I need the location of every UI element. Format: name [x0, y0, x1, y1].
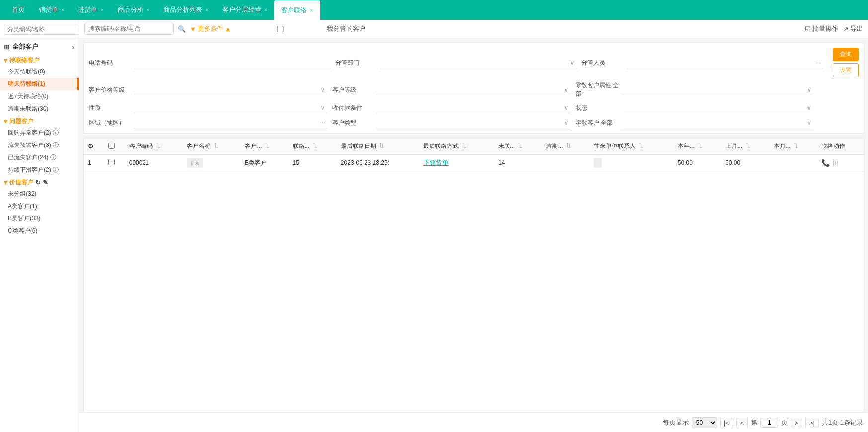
col-this-year[interactable]: 本年... ⇅: [674, 138, 722, 155]
close-customer-tier-icon[interactable]: ×: [264, 7, 267, 13]
sort-person-icon: ⇅: [638, 142, 644, 149]
prev-page-btn[interactable]: <: [736, 418, 748, 428]
sidebar-item-a-class[interactable]: A类客户(1): [0, 200, 79, 213]
toolbar-search-icon[interactable]: 🔍: [178, 25, 186, 33]
filter-phone-input[interactable]: [134, 58, 330, 68]
sidebar-search-input[interactable]: [4, 24, 79, 35]
filter-price-level-select[interactable]: ∨: [134, 84, 327, 95]
collapse-icon[interactable]: «: [72, 43, 75, 51]
nav-home[interactable]: 首页: [5, 0, 32, 20]
nav-purchase[interactable]: 进货单 ×: [71, 0, 110, 20]
my-customer-checkbox-label[interactable]: 我分管的客户: [235, 24, 365, 33]
filter-person-select[interactable]: ···: [626, 57, 823, 68]
filter-dept-select[interactable]: ∨: [380, 57, 577, 68]
col-gear[interactable]: ⚙: [84, 138, 104, 155]
close-customer-contact-icon[interactable]: ×: [310, 7, 313, 13]
sidebar-item-b-class[interactable]: B类客户(33): [0, 213, 79, 225]
filter-icon: ▼: [190, 25, 196, 33]
row-name[interactable]: Ea: [183, 155, 241, 171]
col-overdue[interactable]: 逾期... ⇅: [542, 138, 589, 155]
grid-action-icon[interactable]: ⊞: [833, 159, 839, 167]
sidebar-item-churn-warning[interactable]: 流失预警客户(3) ⓘ: [0, 139, 79, 151]
filter-person-dots[interactable]: ···: [815, 59, 821, 66]
filter-nature-select[interactable]: ∨: [134, 102, 327, 113]
col-this-month[interactable]: 本月... ⇅: [770, 138, 817, 155]
filter-status: 状态 ∨: [576, 102, 814, 113]
sidebar-item-ungrouped[interactable]: 未分组(32): [0, 188, 79, 200]
filter-retail-customer-select[interactable]: ∨: [620, 117, 814, 128]
close-analysis-list-icon[interactable]: ×: [205, 7, 208, 13]
nav-customer-contact[interactable]: 客户联络 ×: [274, 0, 320, 20]
col-checkbox[interactable]: [104, 138, 125, 155]
close-sales-icon[interactable]: ×: [61, 7, 64, 13]
pagination: 每页显示 10 20 50 100 |< < 第 页 > >| 共1页 1条记录: [79, 413, 868, 432]
gear-icon[interactable]: ⚙: [88, 143, 94, 150]
nav-customer-tier[interactable]: 客户分层经营 ×: [216, 0, 274, 20]
main-content: 🔍 ▼ 更多条件 ▲ 我分管的客户 ☑ 批量操作 ↗ 导出: [79, 20, 868, 432]
chevron-down-ctype-icon: ∨: [564, 119, 569, 126]
filter-area-dots[interactable]: ···: [320, 119, 325, 126]
close-purchase-icon[interactable]: ×: [100, 7, 103, 13]
nav-analysis[interactable]: 商品分析 ×: [111, 0, 156, 20]
sidebar-item-repurchase-anomaly[interactable]: 回购异常客户(2) ⓘ: [0, 127, 79, 139]
last-page-btn[interactable]: >|: [805, 418, 819, 428]
sidebar-item-declining[interactable]: 持续下滑客户(2) ⓘ: [0, 164, 79, 176]
filter-area-select[interactable]: ···: [134, 117, 327, 128]
row-this-month: [770, 155, 817, 171]
sidebar-item-overdue[interactable]: 逾期未联络(30): [0, 103, 79, 115]
filter-status-select[interactable]: ∨: [620, 102, 814, 113]
batch-op-label: 批量操作: [812, 24, 838, 33]
col-code[interactable]: 客户编码 ⇅: [125, 138, 183, 155]
filter-payment-select[interactable]: ∨: [377, 102, 571, 113]
sidebar-item-tomorrow[interactable]: 明天待联络(1): [0, 78, 79, 90]
sidebar-item-c-class[interactable]: C类客户(6): [0, 225, 79, 237]
select-all-checkbox[interactable]: [108, 143, 115, 149]
col-uncontact[interactable]: 未联... ⇅: [494, 138, 542, 155]
filter-customer-type-select[interactable]: ∨: [377, 117, 571, 128]
filter-retail-attr-select[interactable]: ∨: [620, 84, 814, 95]
sidebar-item-churned[interactable]: 已流失客户(24) ⓘ: [0, 151, 79, 164]
col-last-method[interactable]: 最后联络方式 ⇅: [419, 138, 495, 155]
search-input[interactable]: [84, 23, 174, 35]
setting-btn[interactable]: 设置: [833, 63, 859, 77]
col-contact-count[interactable]: 联络... ⇅: [289, 138, 337, 155]
page-input[interactable]: [760, 418, 778, 428]
sidebar-all-customers[interactable]: ⊞ 全部客户 «: [0, 39, 79, 54]
more-filter-btn[interactable]: ▼ 更多条件 ▲: [190, 24, 231, 33]
name-masked: Ea: [187, 158, 203, 168]
toolbar-right: ☑ 批量操作 ↗ 导出: [805, 24, 863, 33]
row-checkbox[interactable]: [104, 155, 125, 171]
first-page-btn[interactable]: |<: [720, 418, 733, 428]
filter-phone: 电话号码: [89, 58, 330, 68]
page-size-select[interactable]: 10 20 50 100: [692, 417, 717, 428]
value-customers-edit-icon[interactable]: ✎: [43, 179, 48, 186]
col-type[interactable]: 客户... ⇅: [241, 138, 289, 155]
next-page-btn[interactable]: >: [791, 418, 802, 428]
value-customers-refresh-icon[interactable]: ↻: [35, 179, 41, 186]
batch-op-btn[interactable]: ☑ 批量操作: [805, 24, 838, 33]
export-btn[interactable]: ↗ 导出: [843, 24, 863, 33]
nav-sales[interactable]: 销货单 ×: [32, 0, 71, 20]
phone-action-icon[interactable]: 📞: [821, 159, 830, 167]
last-method-link[interactable]: 下销货单: [423, 159, 449, 166]
sidebar-item-today[interactable]: 今天待联络(0): [0, 66, 79, 78]
col-contact-person[interactable]: 往来单位联系人 ⇅: [590, 138, 674, 155]
sidebar-item-7days[interactable]: 近7天待联络(0): [0, 90, 79, 103]
my-customer-checkbox[interactable]: [235, 26, 325, 32]
filter-customer-level-select[interactable]: ∨: [377, 84, 571, 95]
nav-analysis-list[interactable]: 商品分析列表 ×: [156, 0, 215, 20]
row-code: 000021: [125, 155, 183, 171]
row-select-checkbox[interactable]: [108, 159, 115, 165]
query-btn[interactable]: 查询: [833, 48, 859, 61]
customer-table: ⚙ 客户编码 ⇅ 客户名称 ⇅ 客户... ⇅ 联络... ⇅ 最后联络日期 ⇅…: [84, 138, 864, 171]
col-name[interactable]: 客户名称 ⇅: [183, 138, 241, 155]
row-last-method[interactable]: 下销货单: [419, 155, 495, 171]
filter-customer-level-label: 客户等级: [332, 86, 377, 94]
sort-contact-icon: ⇅: [312, 142, 318, 149]
col-last-date[interactable]: 最后联络日期 ⇅: [337, 138, 419, 155]
filter-retail-attr-label: 零散客户属性 全部: [576, 81, 620, 98]
close-analysis-icon[interactable]: ×: [146, 7, 149, 13]
row-type: B类客户: [241, 155, 289, 171]
chevron-down-status-icon: ∨: [807, 104, 812, 111]
col-last-month[interactable]: 上月... ⇅: [722, 138, 769, 155]
